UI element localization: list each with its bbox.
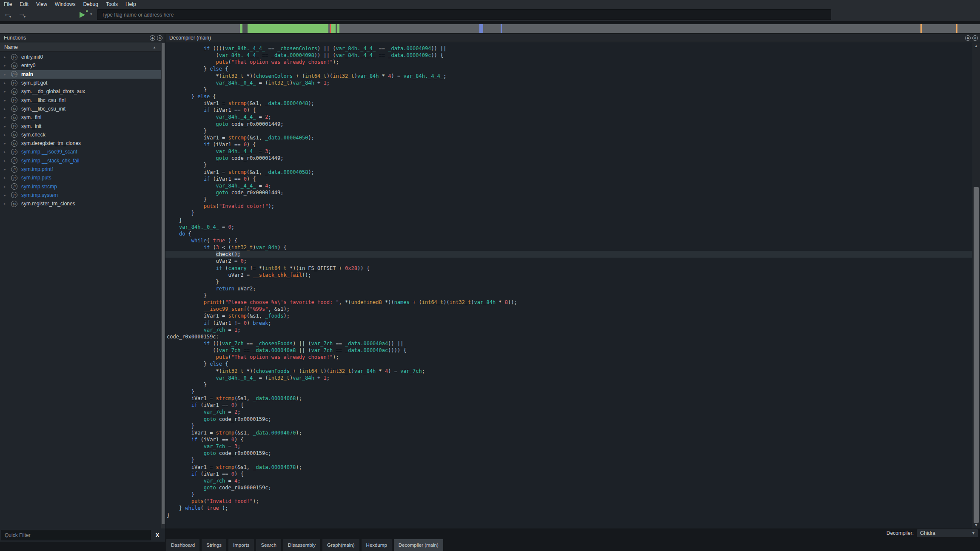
code-line[interactable]: (var_84h._4_4_ == _data.00004098)) || (v… — [167, 52, 972, 59]
expand-arrow-icon[interactable]: ▸ — [4, 107, 9, 111]
code-line[interactable]: *(int32_t *)(chosenFoods + (int64_t)(int… — [167, 368, 972, 375]
continue-debug-icon[interactable] — [80, 12, 85, 18]
overview-segment[interactable] — [331, 24, 336, 33]
code-line[interactable]: if (iVar1 != 0) break; — [167, 320, 972, 327]
code-line[interactable]: var_7ch = 4; — [167, 477, 972, 484]
function-name[interactable]: sym.imp.strcmp — [21, 184, 57, 190]
code-line[interactable]: if (iVar1 == 0) { — [167, 402, 972, 409]
code-line[interactable]: if (canary != *(int64_t *)(in_FS_OFFSET … — [167, 265, 972, 272]
code-line[interactable]: } while( true ); — [167, 505, 972, 511]
function-row[interactable]: ▸ƒxsym.__libc_csu_fini — [0, 96, 161, 104]
function-row[interactable]: ▸ƒxsym..plt.got — [0, 79, 161, 87]
code-line[interactable]: } — [167, 457, 972, 463]
code-line[interactable]: } — [167, 217, 972, 224]
close-panel-icon[interactable]: ✕ — [972, 35, 978, 41]
code-line[interactable]: puts("Invalid food!"); — [167, 498, 972, 505]
code-line[interactable]: if (((var_7ch == _chosenFoods) || (var_7… — [167, 340, 972, 347]
overview-segment[interactable] — [956, 24, 957, 33]
function-name[interactable]: sym.imp.__stack_chk_fail — [21, 158, 80, 164]
code-line[interactable]: if (iVar1 == 0) { — [167, 141, 972, 148]
scrollbar-thumb[interactable] — [974, 187, 979, 523]
expand-arrow-icon[interactable]: ▸ — [4, 150, 9, 154]
menu-debug[interactable]: Debug — [80, 0, 102, 8]
code-line[interactable]: var_84h._4_4_ = 3; — [167, 148, 972, 155]
expand-arrow-icon[interactable]: ▸ — [4, 193, 9, 197]
code-line[interactable]: var_84h._4_4_ = 4; — [167, 182, 972, 189]
function-row[interactable]: ▸ƒisym.imp.strcmp — [0, 182, 161, 190]
code-line[interactable]: var_84h._0_4_ = (int32_t)var_84h + 1; — [167, 80, 972, 86]
function-row[interactable]: ▸ƒisym.imp.__isoc99_scanf — [0, 148, 161, 156]
code-line[interactable]: iVar1 = strcmp(&s1, _data.00004078); — [167, 464, 972, 471]
code-line[interactable]: var_84h._4_4_ = 2; — [167, 114, 972, 120]
code-line[interactable]: iVar1 = strcmp(&s1, _foods); — [167, 312, 972, 319]
menu-windows[interactable]: Windows — [51, 0, 80, 8]
code-line[interactable]: if (iVar1 == 0) { — [167, 471, 972, 477]
menu-tools[interactable]: Tools — [102, 0, 122, 8]
decompiler-select[interactable]: Ghidra ▼ — [917, 529, 978, 538]
function-row[interactable]: ▸ƒxsym.deregister_tm_clones — [0, 139, 161, 148]
code-line[interactable]: if (3 < (int32_t)var_84h) { — [167, 244, 972, 251]
function-row[interactable]: ▸ƒisym.imp.printf — [0, 165, 161, 173]
function-row[interactable]: ▸ƒxsym._init — [0, 122, 161, 130]
function-name[interactable]: sym.__libc_csu_fini — [21, 97, 66, 103]
code-line[interactable]: var_84h._0_4_ = 0; — [167, 224, 972, 230]
function-name[interactable]: sym.imp.puts — [21, 175, 51, 181]
code-line[interactable]: iVar1 = strcmp(&s1, _data.00004048); — [167, 100, 972, 107]
code-line[interactable]: puts("That option was already chosen!"); — [167, 59, 972, 65]
function-row[interactable]: ▸ƒxsym.__do_global_dtors_aux — [0, 87, 161, 96]
code-line[interactable]: } — [167, 196, 972, 203]
tab-graph-main[interactable]: Graph(main) — [322, 539, 360, 551]
function-name[interactable]: sym.__libc_csu_init — [21, 106, 66, 112]
expand-arrow-icon[interactable]: ▸ — [4, 159, 9, 163]
overview-segment[interactable] — [337, 24, 339, 33]
overview-segment[interactable] — [242, 24, 248, 33]
function-name[interactable]: sym.imp.system — [21, 192, 58, 198]
code-line[interactable]: } — [167, 128, 972, 134]
expand-arrow-icon[interactable]: ▸ — [4, 202, 9, 206]
tab-hexdump[interactable]: Hexdump — [361, 539, 392, 551]
tab-strings[interactable]: Strings — [201, 539, 227, 551]
expand-arrow-icon[interactable]: ▸ — [4, 185, 9, 189]
expand-arrow-icon[interactable]: ▸ — [4, 115, 9, 119]
overview-segment[interactable] — [479, 24, 483, 33]
function-name[interactable]: sym.__do_global_dtors_aux — [21, 88, 85, 94]
function-name[interactable]: entry0 — [21, 62, 35, 68]
scroll-down-icon[interactable]: ▼ — [972, 523, 980, 527]
code-line[interactable]: if ((((var_84h._4_4_ == _chosenColors) |… — [167, 45, 972, 52]
function-name[interactable]: sym.check — [21, 132, 46, 138]
code-line[interactable]: code_r0x0000159c: — [167, 333, 972, 340]
function-row[interactable]: ▸ƒmmain — [0, 70, 161, 79]
expand-arrow-icon[interactable]: ▸ — [4, 63, 9, 68]
code-line[interactable]: } — [167, 162, 972, 168]
code-line[interactable]: check(); — [165, 251, 972, 258]
expand-arrow-icon[interactable]: ▸ — [4, 176, 9, 180]
function-name[interactable]: entry.init0 — [21, 54, 43, 60]
menu-help[interactable]: Help — [122, 0, 140, 8]
code-line[interactable]: goto code_r0x00001449; — [167, 189, 972, 196]
code-line[interactable]: } — [167, 491, 972, 498]
code-line[interactable]: puts("That option was already chosen!"); — [167, 354, 972, 361]
code-line[interactable]: } — [167, 512, 972, 519]
code-line[interactable]: goto code_r0x0000159c; — [167, 416, 972, 423]
expand-arrow-icon[interactable]: ▸ — [4, 167, 9, 171]
function-row[interactable]: ▸ƒxsym.register_tm_clones — [0, 199, 161, 208]
code-line[interactable]: var_7ch = 3; — [167, 443, 972, 450]
code-line[interactable]: iVar1 = strcmp(&s1, _data.00004068); — [167, 395, 972, 402]
address-overview-bar[interactable] — [0, 24, 980, 33]
code-line[interactable]: puts("Invalid color!"); — [167, 203, 972, 210]
function-name[interactable]: sym.imp.__isoc99_scanf — [21, 149, 77, 155]
code-line[interactable]: } — [167, 278, 972, 285]
code-line[interactable]: uVar2 = 0; — [167, 258, 972, 264]
expand-arrow-icon[interactable]: ▸ — [4, 133, 9, 137]
code-line[interactable]: *(int32_t *)(chosenColors + (int64_t)(in… — [167, 73, 972, 80]
expand-arrow-icon[interactable]: ▸ — [4, 81, 9, 85]
menu-view[interactable]: View — [32, 0, 51, 8]
expand-arrow-icon[interactable]: ▸ — [4, 89, 9, 94]
tab-imports[interactable]: Imports — [228, 539, 254, 551]
code-line[interactable]: iVar1 = strcmp(&s1, _data.00004050); — [167, 134, 972, 141]
code-line[interactable]: } — [167, 381, 972, 388]
code-line[interactable]: goto code_r0x00001449; — [167, 121, 972, 128]
code-line[interactable]: } — [167, 86, 972, 93]
tab-decompiler-main[interactable]: Decompiler (main) — [393, 539, 444, 551]
code-line[interactable]: iVar1 = strcmp(&s1, _data.00004058); — [167, 169, 972, 176]
